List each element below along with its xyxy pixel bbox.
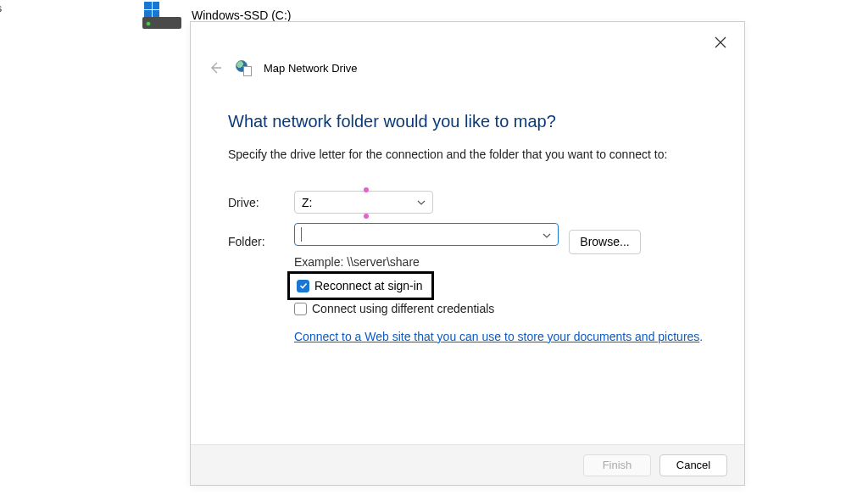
background-drive-icon (142, 3, 181, 29)
map-drive-icon (235, 59, 252, 76)
browse-button[interactable]: Browse... (569, 230, 641, 254)
chevron-down-icon (417, 198, 426, 207)
finish-button[interactable]: Finish (583, 454, 651, 476)
different-credentials-checkbox[interactable] (294, 303, 307, 315)
drive-label: Drive: (228, 196, 294, 209)
cancel-button[interactable]: Cancel (659, 454, 727, 476)
close-icon (715, 36, 726, 48)
drive-value: Z: (302, 196, 312, 209)
folder-label: Folder: (228, 235, 294, 248)
reconnect-label: Reconnect at sign-in (314, 279, 423, 292)
dialog-subtext: Specify the drive letter for the connect… (228, 148, 667, 161)
background-truncated-label: tos (0, 2, 2, 14)
back-button[interactable] (208, 60, 223, 75)
reconnect-checkbox[interactable] (297, 280, 309, 292)
back-arrow-icon (209, 61, 222, 75)
folder-input[interactable] (294, 223, 559, 246)
dialog-footer: Finish Cancel (191, 444, 744, 485)
background-drive-label: Windows-SSD (C:) (192, 8, 291, 22)
different-credentials-label: Connect using different credentials (312, 302, 494, 315)
annotation-dot (364, 187, 369, 192)
dialog-title: Map Network Drive (264, 62, 358, 75)
map-network-drive-dialog: Map Network Drive What network folder wo… (190, 21, 745, 486)
text-cursor-icon (301, 227, 302, 242)
close-button[interactable] (710, 32, 731, 53)
connect-website-link[interactable]: Connect to a Web site that you can use t… (294, 330, 703, 343)
windows-logo-icon (144, 2, 159, 17)
chevron-down-icon (542, 231, 551, 240)
example-text: Example: \\server\share (294, 255, 420, 269)
drive-select[interactable]: Z: (294, 191, 433, 214)
checkmark-icon (299, 281, 308, 290)
annotation-dot (364, 214, 369, 219)
dialog-heading: What network folder would you like to ma… (228, 112, 556, 131)
reconnect-highlight-box: Reconnect at sign-in (287, 271, 434, 300)
